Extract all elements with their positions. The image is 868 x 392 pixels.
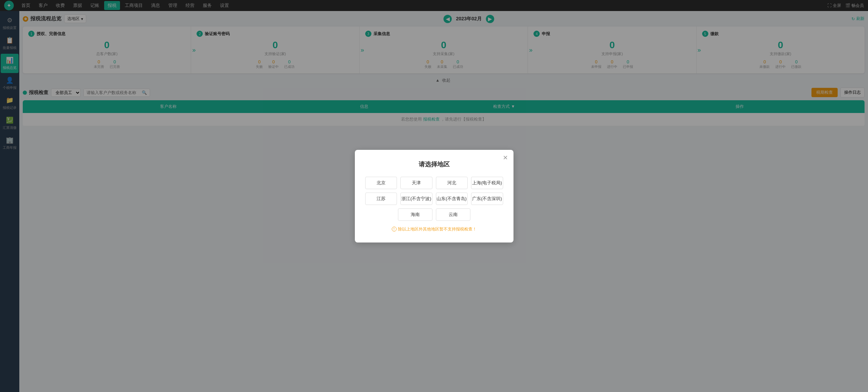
modal-title: 请选择地区 [365, 160, 503, 168]
region-btn-yunnan[interactable]: 云南 [436, 208, 470, 221]
modal-warning: ! 除以上地区外其他地区暂不支持报税检查！ [365, 226, 503, 232]
region-btn-hainan[interactable]: 海南 [398, 208, 432, 221]
warning-icon: ! [392, 227, 397, 231]
region-btn-shandong[interactable]: 山东(不含青岛) [436, 193, 468, 205]
region-btn-jiangsu[interactable]: 江苏 [365, 193, 397, 205]
region-grid-row2: 江苏 浙江(不含宁波) 山东(不含青岛) 广东(不含深圳) [365, 193, 503, 205]
region-grid-row1: 北京 天津 河北 上海(电子税局) [365, 177, 503, 189]
region-btn-shanghai[interactable]: 上海(电子税局) [471, 177, 503, 189]
region-select-modal: ✕ 请选择地区 北京 天津 河北 上海(电子税局) 江苏 浙江(不含宁波) 山东… [355, 150, 513, 243]
modal-overlay[interactable]: ✕ 请选择地区 北京 天津 河北 上海(电子税局) 江苏 浙江(不含宁波) 山东… [0, 0, 868, 392]
region-btn-zhejiang[interactable]: 浙江(不含宁波) [400, 193, 432, 205]
region-btn-hebei[interactable]: 河北 [436, 177, 468, 189]
warning-text: 除以上地区外其他地区暂不支持报税检查！ [398, 226, 477, 232]
region-btn-tianjin[interactable]: 天津 [400, 177, 432, 189]
region-btn-beijing[interactable]: 北京 [365, 177, 397, 189]
region-grid-row3: 海南 云南 [365, 208, 503, 221]
region-btn-guangdong[interactable]: 广东(不含深圳) [471, 193, 503, 205]
modal-close-btn[interactable]: ✕ [503, 155, 508, 161]
